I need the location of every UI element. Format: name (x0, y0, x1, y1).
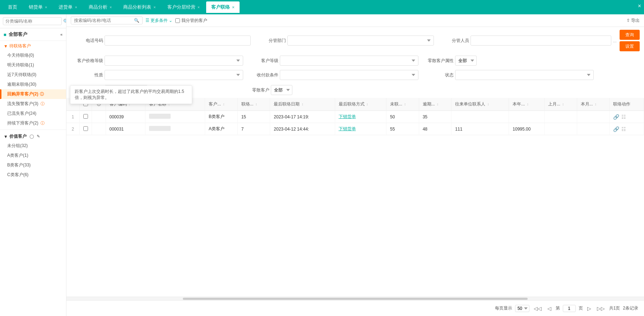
gender-select[interactable] (105, 70, 243, 80)
sidebar-item-class-c[interactable]: C类客户(6) (0, 170, 66, 180)
collapse-icon[interactable]: « (60, 32, 62, 37)
col-actions: 联络动作 (610, 98, 644, 111)
tab-home[interactable]: 首页 (3, 1, 22, 13)
search-icon: 🔍 (63, 19, 66, 24)
grid-icon[interactable]: ☷ (621, 126, 626, 132)
row-num: 1 (66, 111, 79, 123)
sidebar-item-repurchase[interactable]: 回购异常客户(2) ⓘ (0, 89, 66, 99)
sidebar-item-churned[interactable]: 已流失客户(24) (0, 109, 66, 118)
payment-select[interactable] (280, 70, 418, 80)
edit-icon[interactable]: ◯ (29, 134, 34, 139)
search-box: 🔍 (71, 16, 143, 24)
chevron-down-icon: ⌄ (169, 18, 172, 23)
grid-icon[interactable]: ☷ (621, 114, 626, 120)
settings-icon[interactable]: ✎ (37, 134, 40, 139)
row-code: 000031 (106, 123, 145, 135)
tab-product-analysis-list[interactable]: 商品分析列表 × (118, 1, 161, 13)
zero-customer-select[interactable]: 全部 (271, 85, 292, 95)
manager-input[interactable] (471, 36, 611, 46)
row-this-month (577, 111, 610, 123)
price-grade-filter: 客户价格等级 (71, 56, 243, 66)
scroll-thumb (183, 298, 528, 300)
row-uncontact: 50 (386, 111, 419, 123)
horizontal-scrollbar[interactable] (66, 297, 644, 300)
row-category: A类客户 (205, 123, 238, 135)
sidebar-item-overdue[interactable]: 逾期未联络(30) (0, 80, 66, 89)
col-last-month: 上月... ↕ (544, 98, 577, 111)
content-area: 🔍 ☰ 更多条件 ⌄ 我分管的客户 ⇧ 导出 电话号码 (66, 14, 644, 316)
sidebar-group-value[interactable]: ▼ 价值客户 ◯ ✎ (0, 131, 66, 141)
price-grade-select[interactable] (105, 56, 243, 66)
row-this-year (509, 111, 545, 123)
settings-button[interactable]: 设置 (620, 41, 640, 51)
tab-product-analysis[interactable]: 商品分析 × (84, 1, 117, 13)
close-icon[interactable]: × (45, 5, 47, 9)
tab-customer-tier[interactable]: 客户分层经营 × (162, 1, 205, 13)
row-settings (92, 123, 106, 135)
close-all-tabs[interactable]: × (638, 3, 641, 9)
my-customers-check[interactable] (175, 18, 180, 23)
customer-grade-select[interactable] (280, 56, 418, 66)
sidebar-search-input[interactable] (3, 17, 62, 25)
sidebar-item-class-a[interactable]: A类客户(1) (0, 151, 66, 160)
more-icon[interactable]: ... (613, 38, 617, 43)
close-icon[interactable]: × (198, 5, 200, 9)
sidebar-item-today[interactable]: 今天待联络(0) (0, 51, 66, 60)
link-icon[interactable]: 🔗 (613, 126, 619, 132)
row-last-type[interactable]: 下销货单 (335, 111, 386, 123)
row-last-type[interactable]: 下销货单 (335, 123, 386, 135)
more-conditions-btn[interactable]: ☰ 更多条件 ⌄ (145, 18, 172, 24)
search-icon: 🔍 (134, 18, 139, 23)
sidebar-all-customers[interactable]: ■ 全部客户 « (0, 28, 66, 41)
row-checkbox[interactable] (79, 123, 92, 135)
phone-input[interactable] (105, 36, 251, 46)
query-button[interactable]: 查询 (620, 30, 640, 40)
sidebar-item-declining[interactable]: 持续下滑客户(2) ⓘ (0, 118, 66, 128)
last-page-btn[interactable]: ▷▷ (596, 305, 606, 312)
sidebar-item-ungroup[interactable]: 未分组(32) (0, 141, 66, 151)
prev-page-btn[interactable]: ◁ (546, 305, 553, 312)
status-select[interactable] (455, 70, 594, 80)
dept-filter: 分管部门 (254, 36, 434, 46)
col-unit-contact: 往来单位联系人 ↕ (451, 98, 509, 111)
dept-select[interactable] (287, 36, 434, 46)
search-input[interactable] (74, 18, 133, 23)
sidebar-item-tomorrow[interactable]: 明天待联络(1) (0, 60, 66, 70)
first-page-btn[interactable]: ◁◁ (532, 305, 543, 312)
row-overdue: 35 (419, 111, 451, 123)
sidebar-item-class-b[interactable]: B类客户(33) (0, 160, 66, 170)
per-page-select[interactable]: 50 (515, 305, 529, 312)
sidebar: 🔍 ■ 全部客户 « ▼ 待联络客户 今天待联络(0) 明天待联络(1) 近7天… (0, 14, 66, 316)
row-last-month (544, 123, 577, 135)
row-last-date: 2023-04-12 14:44: (270, 123, 335, 135)
sort-icon: ↕ (302, 102, 304, 106)
link-icon[interactable]: 🔗 (613, 114, 619, 120)
filter-bar: 🔍 ☰ 更多条件 ⌄ 我分管的客户 ⇧ 导出 (66, 14, 644, 27)
tab-customer-contact[interactable]: 客户联络 × (206, 1, 239, 13)
table-row: 2 000031 A类客户 7 2023-04-12 14:44: 下销货单 5… (66, 123, 644, 135)
sidebar-item-7days[interactable]: 近7天待联络(0) (0, 70, 66, 80)
sort-icon: ↕ (595, 102, 597, 106)
close-icon[interactable]: × (75, 5, 77, 9)
row-checkbox[interactable] (79, 111, 92, 123)
close-icon[interactable]: × (232, 5, 234, 9)
zero-attr-select[interactable]: 全部 (455, 56, 477, 66)
row-last-month (544, 111, 577, 123)
sort-icon: ↕ (437, 102, 439, 106)
chevron-down-icon: ▼ (4, 134, 8, 139)
tab-purchase-order[interactable]: 进货单 × (54, 1, 82, 13)
col-last-type: 最后联络方式 ↕ (335, 98, 386, 111)
page-input[interactable] (563, 305, 576, 312)
status-filter: 状态 (421, 70, 594, 80)
my-customers-checkbox[interactable]: 我分管的客户 (175, 18, 207, 24)
tab-sales-order[interactable]: 销货单 × (24, 1, 52, 13)
close-icon[interactable]: × (110, 5, 112, 9)
table-wrapper: ⚙ 客户编码 ↕ 客户名称 ↕ 客户... ↕ (66, 98, 644, 297)
next-page-btn[interactable]: ▷ (586, 305, 593, 312)
sidebar-item-churn-risk[interactable]: 流失预警客户(3) ⓘ (0, 99, 66, 109)
row-this-month (577, 123, 610, 135)
close-icon[interactable]: × (153, 5, 156, 9)
sort-icon: ↕ (404, 102, 406, 106)
export-btn[interactable]: ⇧ 导出 (626, 18, 640, 24)
sidebar-group-waiting[interactable]: ▼ 待联络客户 (0, 41, 66, 51)
